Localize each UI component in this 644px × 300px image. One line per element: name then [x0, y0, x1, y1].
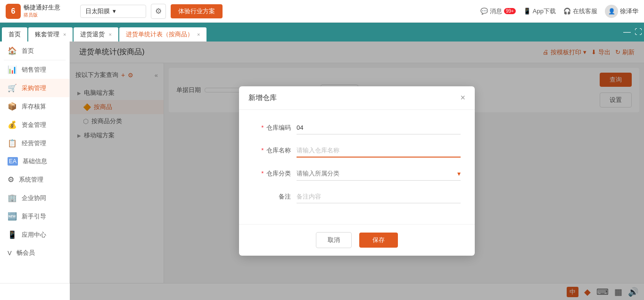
- finance-icon: 💰: [8, 120, 17, 129]
- message-nav-item[interactable]: 💬 消息 99+: [480, 7, 516, 16]
- dialog-close-button[interactable]: ×: [460, 93, 465, 103]
- nav-right: 💬 消息 99+ 📱 App下载 🎧 在线客服 👤 徐泽华: [480, 5, 638, 18]
- logo-name: 畅捷通好生意: [24, 4, 60, 12]
- sidebar-basic-label: 基础信息: [23, 157, 47, 166]
- dialog-header: 新增仓库 ×: [239, 86, 475, 110]
- form-row-category: * 仓库分类 ▾: [253, 167, 461, 181]
- category-label: * 仓库分类: [253, 169, 291, 178]
- inventory-icon: 📦: [8, 102, 17, 111]
- guide-icon: 🆕: [8, 212, 17, 221]
- tab-purchase-stat-close-icon[interactable]: ×: [197, 32, 200, 37]
- sidebar-guide-label: 新手引导: [22, 212, 46, 221]
- modal-overlay: 新增仓库 × * 仓库编码 *: [70, 42, 644, 300]
- sidebar-item-business[interactable]: 📋 经营管理: [0, 134, 69, 152]
- tab-purchase-stat[interactable]: 进货单统计表（按商品） ×: [119, 27, 206, 42]
- sidebar-item-guide[interactable]: 🆕 新手引导: [0, 207, 69, 225]
- sidebar-item-basic[interactable]: EA 基础信息: [0, 152, 69, 170]
- main-content: 进货单统计(按商品) 🖨 按模板打印 ▾ ⬇ 导出 ↻ 刷新: [70, 42, 644, 300]
- top-navigation: 6 畅捷通好生意 搭员版 日太阳膜 ▾ ⚙ 体验行业方案 💬 消息 99+ 📱 …: [0, 0, 644, 23]
- sales-icon: 📊: [8, 65, 17, 74]
- sidebar-apps-label: 应用中心: [22, 231, 46, 239]
- name-label: * 仓库名称: [253, 146, 291, 155]
- tab-home[interactable]: 首页: [2, 27, 27, 42]
- tab-account[interactable]: 账套管理 ×: [28, 27, 73, 42]
- form-row-name: * 仓库名称: [253, 144, 461, 158]
- message-label: 消息: [490, 7, 502, 16]
- sidebar-item-home[interactable]: 🏠 首页: [0, 42, 69, 60]
- note-input[interactable]: [297, 190, 461, 203]
- online-service-item[interactable]: 🎧 在线客服: [563, 7, 597, 16]
- trial-button[interactable]: 体验行业方案: [171, 4, 223, 18]
- store-name: 日太阳膜: [85, 7, 110, 16]
- app-download-item[interactable]: 📱 App下载: [523, 7, 556, 16]
- message-icon: 💬: [480, 8, 488, 15]
- logo-icon: 6: [6, 4, 21, 19]
- username-label: 徐泽华: [620, 7, 638, 16]
- name-input[interactable]: [297, 144, 461, 158]
- sidebar-item-finance[interactable]: 💰 资金管理: [0, 116, 69, 134]
- store-selector[interactable]: 日太阳膜 ▾: [80, 5, 146, 18]
- app-download-label: App下载: [533, 7, 556, 16]
- sidebar-item-system[interactable]: ⚙ 系统管理: [0, 170, 69, 189]
- sidebar-item-inventory[interactable]: 📦 库存核算: [0, 97, 69, 116]
- business-icon: 📋: [8, 139, 17, 148]
- enterprise-icon: 🏢: [8, 193, 17, 202]
- user-avatar: 👤: [605, 5, 618, 18]
- add-warehouse-dialog: 新增仓库 × * 仓库编码 *: [239, 86, 475, 256]
- cancel-button[interactable]: 取消: [316, 232, 352, 248]
- tab-home-label: 首页: [8, 30, 21, 39]
- category-dropdown-icon: ▾: [457, 170, 461, 177]
- sidebar-enterprise-label: 企业协同: [22, 194, 46, 202]
- required-star-code: *: [261, 124, 264, 131]
- category-select-wrap: ▾: [297, 167, 461, 181]
- home-icon: 🏠: [8, 46, 17, 55]
- sidebar-item-enterprise[interactable]: 🏢 企业协同: [0, 189, 69, 207]
- dialog-footer: 取消 保存: [239, 224, 475, 256]
- system-icon: ⚙: [8, 175, 14, 184]
- apps-icon: 📱: [8, 230, 17, 239]
- sidebar-item-purchase[interactable]: 🛒 采购管理: [0, 79, 69, 97]
- headset-icon: 🎧: [563, 8, 571, 15]
- category-select-input[interactable]: [297, 170, 457, 177]
- basic-icon: EA: [8, 157, 18, 166]
- sidebar-item-apps[interactable]: 📱 应用中心: [0, 225, 69, 244]
- dialog-body: * 仓库编码 * 仓库名称: [239, 110, 475, 224]
- code-input[interactable]: [297, 121, 461, 134]
- dropdown-arrow-icon: ▾: [113, 8, 116, 15]
- vip-icon: V: [8, 250, 12, 257]
- sidebar-vip-label: 畅会员: [17, 249, 35, 257]
- tab-purchase-return-close-icon[interactable]: ×: [108, 32, 111, 37]
- sidebar-item-vip[interactable]: V 畅会员: [0, 244, 69, 262]
- purchase-icon: 🛒: [8, 83, 17, 92]
- sidebar-inventory-label: 库存核算: [22, 102, 46, 111]
- sidebar-item-sales[interactable]: 📊 销售管理: [0, 60, 69, 79]
- required-star-category: *: [261, 170, 264, 177]
- tab-bar-minus-icon[interactable]: —: [623, 28, 631, 36]
- sidebar-home-label: 首页: [22, 47, 34, 55]
- logo-sub: 搭员版: [24, 12, 60, 18]
- sidebar-purchase-label: 采购管理: [22, 84, 46, 92]
- tab-purchase-return-label: 进货退货: [80, 30, 105, 39]
- online-service-label: 在线客服: [573, 7, 597, 16]
- user-area[interactable]: 👤 徐泽华: [605, 5, 638, 18]
- tab-account-close-icon[interactable]: ×: [63, 32, 66, 37]
- required-star-name: *: [261, 147, 264, 154]
- code-label: * 仓库编码: [253, 124, 291, 132]
- settings-button[interactable]: ⚙: [151, 4, 166, 19]
- note-label: 备注: [253, 192, 291, 201]
- form-row-code: * 仓库编码: [253, 121, 461, 134]
- message-badge: 99+: [504, 8, 516, 14]
- tab-bar-expand-icon[interactable]: ⛶: [635, 28, 642, 36]
- logo-area: 6 畅捷通好生意 搭员版: [6, 4, 75, 19]
- dialog-title: 新增仓库: [248, 93, 277, 102]
- save-button[interactable]: 保存: [359, 233, 398, 248]
- sidebar-business-label: 经营管理: [22, 139, 46, 148]
- tab-purchase-return[interactable]: 进货退货 ×: [74, 27, 118, 42]
- form-row-note: 备注: [253, 190, 461, 203]
- tab-account-label: 账套管理: [35, 30, 59, 39]
- main-layout: 🏠 首页 📊 销售管理 🛒 采购管理 📦 库存核算 💰 资金管理 📋 经营管理 …: [0, 42, 644, 300]
- tab-bar: 首页 账套管理 × 进货退货 × 进货单统计表（按商品） × — ⛶: [0, 23, 644, 42]
- gear-icon: ⚙: [155, 7, 162, 16]
- sidebar-sales-label: 销售管理: [22, 66, 46, 74]
- sidebar-system-label: 系统管理: [19, 175, 43, 184]
